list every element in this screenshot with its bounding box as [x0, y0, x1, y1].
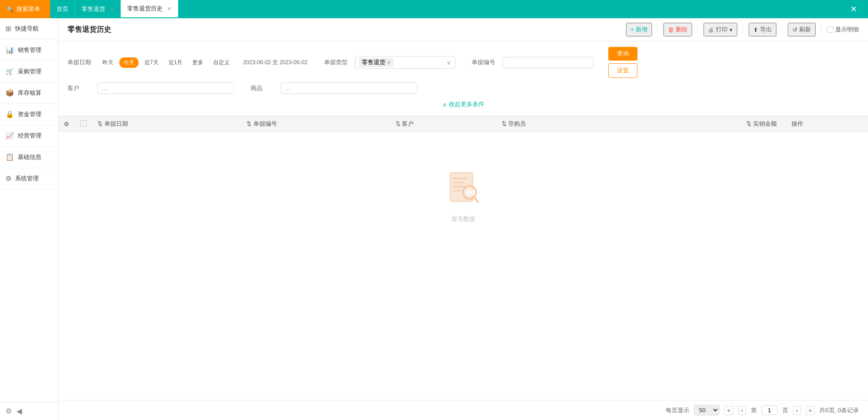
customer-input[interactable] [98, 82, 234, 94]
page-number-input[interactable] [761, 405, 778, 415]
page-size-select[interactable]: 50 10 20 100 [694, 405, 719, 415]
collapse-button[interactable]: ∧ 收起更多条件 [437, 98, 490, 110]
query-button[interactable]: 查询 [608, 47, 637, 61]
close-retail-return-history-icon[interactable]: ✕ [167, 6, 171, 12]
date-btn-custom[interactable]: 自定义 [209, 57, 234, 68]
system-mgmt-icon: ⚙ [5, 174, 11, 183]
first-page-button[interactable]: « [724, 406, 734, 415]
th-doc-no[interactable]: ⇅ 单据编号 [241, 116, 390, 132]
sidebar-item-sales-mgmt-label: 销售管理 [18, 46, 41, 54]
th-guide[interactable]: ⇅ 导购员 [496, 116, 624, 132]
date-buttons: 昨天 今天 近7天 近1月 更多 自定义 [98, 57, 234, 68]
sidebar-item-finance[interactable]: 🔒 资金管理 [0, 104, 58, 125]
date-btn-7days[interactable]: 近7天 [140, 57, 163, 68]
sidebar-item-quick-nav-label: 快捷导航 [15, 25, 39, 33]
table-header: ⚙ ⇅ 单据日期 ⇅ 单据编号 ⇅ 客户 [58, 116, 868, 132]
tab-retail-return-label: 零售退货 [82, 5, 105, 13]
empty-state-text: 暂无数据 [452, 215, 475, 223]
per-page-label: 每页显示 [666, 406, 689, 415]
sidebar-bottom: ⚙ ◀ [0, 402, 58, 420]
prev-page-button[interactable]: ‹ [738, 406, 746, 415]
search-icon: 🔍 [6, 6, 14, 13]
total-info: 共0页, 0条记录 [819, 406, 859, 415]
page-header: 零售退货历史 + 新增 🗑 删除 🖨 打印 ▾ ⬆ 导出 [58, 18, 868, 41]
divider-4 [782, 26, 782, 34]
sidebar-item-inventory-label: 库存核算 [18, 89, 41, 97]
display-toggle[interactable]: 显示明细 [827, 26, 859, 34]
type-dropdown-icon: ∨ [447, 59, 451, 66]
tab-retail-return-history-label: 零售退货历史 [127, 5, 163, 13]
delete-button[interactable]: 🗑 删除 [663, 23, 692, 36]
th-actions: 操作 [786, 116, 868, 132]
th-customer-label: ⇅ 客户 [395, 120, 414, 127]
empty-state: 暂无数据 [58, 132, 868, 260]
date-btn-1month[interactable]: 近1月 [164, 57, 187, 68]
tab-retail-return[interactable]: 零售退货 ✕ [75, 0, 121, 18]
svg-line-6 [474, 197, 478, 202]
sales-mgmt-icon: 📊 [5, 46, 14, 54]
header-actions: + 新增 🗑 删除 🖨 打印 ▾ ⬆ 导出 [626, 23, 859, 36]
refresh-button[interactable]: ↺ 刷新 [788, 23, 816, 36]
sidebar-item-basic-info[interactable]: 📋 基础信息 [0, 147, 58, 168]
search-tab[interactable]: 🔍 搜索菜单 [0, 0, 50, 18]
th-actual-amount[interactable]: ⇅ 实销金额 [624, 116, 786, 132]
select-all-checkbox[interactable] [80, 120, 87, 127]
type-tag-close-icon[interactable]: ✕ [387, 60, 391, 66]
doc-no-input[interactable] [503, 57, 594, 68]
th-actions-label: 操作 [791, 120, 803, 127]
th-guide-label: ⇅ 导购员 [502, 120, 526, 127]
last-page-button[interactable]: » [806, 406, 815, 415]
sidebar-item-purchase-mgmt[interactable]: 🛒 采购管理 [0, 61, 58, 82]
th-settings[interactable]: ⚙ [58, 116, 75, 132]
doc-no-filter-label: 单据编号 [472, 58, 495, 67]
sidebar-item-operations[interactable]: 📈 经营管理 [0, 125, 58, 147]
type-filter-input[interactable]: 零售退货 ✕ ∨ [355, 56, 455, 69]
sidebar-item-inventory[interactable]: 📦 库存核算 [0, 82, 58, 104]
divider-3 [743, 26, 743, 34]
print-button[interactable]: 🖨 打印 ▾ [704, 23, 737, 36]
inventory-icon: 📦 [5, 89, 14, 97]
type-filter-label: 单据类型 [324, 58, 348, 67]
sidebar-item-sales-mgmt[interactable]: 📊 销售管理 [0, 40, 58, 61]
sidebar-item-system-mgmt[interactable]: ⚙ 系统管理 [0, 168, 58, 190]
date-btn-more[interactable]: 更多 [188, 57, 207, 68]
th-doc-date[interactable]: ⇅ 单据日期 [92, 116, 241, 132]
settings-button[interactable]: 设置 [608, 63, 637, 78]
export-button[interactable]: ⬆ 导出 [749, 23, 776, 36]
date-btn-yesterday[interactable]: 昨天 [98, 57, 118, 68]
print-icon: 🖨 [708, 26, 714, 33]
customer-filter-label: 客户 [67, 84, 90, 92]
goods-input[interactable] [281, 82, 417, 94]
sidebar-expand-icon[interactable]: ◀ [16, 407, 22, 415]
query-settings: 查询 设置 [608, 47, 637, 78]
th-customer[interactable]: ⇅ 客户 [390, 116, 496, 132]
content-area: 零售退货历史 + 新增 🗑 删除 🖨 打印 ▾ ⬆ 导出 [58, 18, 868, 420]
collapse-icon: ∧ [442, 101, 447, 108]
close-retail-return-icon[interactable]: ✕ [110, 6, 114, 12]
close-window-icon[interactable]: ✕ [847, 5, 861, 14]
page-label: 第 [751, 406, 757, 415]
th-doc-no-label: ⇅ 单据编号 [247, 120, 277, 127]
th-checkbox[interactable] [75, 116, 92, 132]
empty-state-icon [443, 169, 484, 210]
sidebar-gear-icon[interactable]: ⚙ [5, 407, 12, 415]
column-settings-icon[interactable]: ⚙ [64, 121, 69, 128]
filter-area: 单据日期 昨天 今天 近7天 近1月 更多 自定义 2023-06-02 至 2… [58, 41, 868, 116]
next-page-button[interactable]: › [793, 406, 801, 415]
new-button[interactable]: + 新增 [626, 23, 652, 36]
search-tab-label: 搜索菜单 [16, 5, 40, 13]
date-btn-today[interactable]: 今天 [119, 57, 139, 68]
tab-retail-return-history[interactable]: 零售退货历史 ✕ [121, 0, 178, 18]
svg-rect-2 [452, 182, 464, 184]
tab-home-label: 首页 [56, 5, 68, 13]
sidebar-item-system-mgmt-label: 系统管理 [15, 174, 39, 183]
tab-home[interactable]: 首页 [50, 0, 75, 18]
th-doc-date-label: ⇅ 单据日期 [98, 120, 128, 127]
page-unit-label: 页 [782, 406, 788, 415]
basic-info-icon: 📋 [5, 153, 14, 161]
finance-icon: 🔒 [5, 110, 14, 118]
page-title: 零售退货历史 [67, 25, 626, 35]
display-detail-checkbox[interactable] [827, 26, 833, 33]
type-tag: 零售退货 ✕ [359, 58, 394, 67]
sidebar-item-quick-nav[interactable]: ⊞ 快捷导航 [0, 18, 58, 40]
